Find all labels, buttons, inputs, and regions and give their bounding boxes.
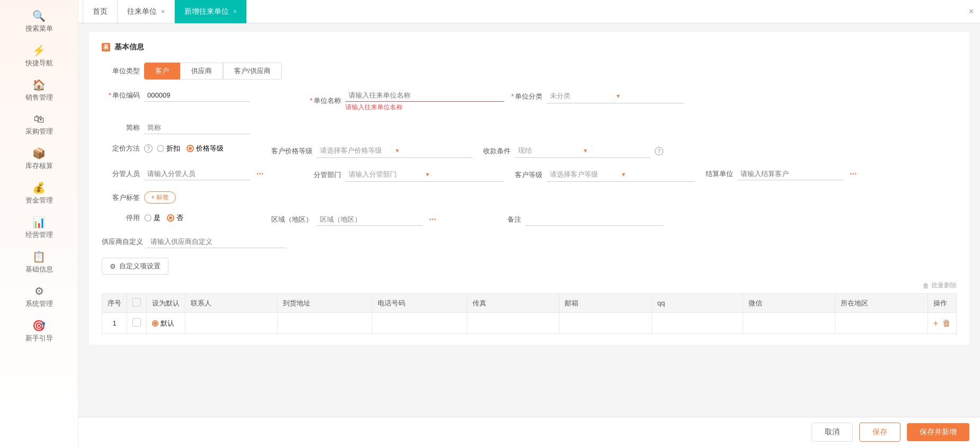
sidebar-item-purchase[interactable]: 🛍 采购管理 [0, 108, 78, 142]
supplier-custom-input[interactable] [147, 235, 285, 248]
basic-info-section: 基 基本信息 单位类型 客户 供应商 客户/供应商 单位编码 [89, 32, 969, 345]
manager-more-btn[interactable]: ··· [254, 169, 265, 179]
sidebar-item-search[interactable]: 🔍 搜索菜单 [0, 4, 78, 39]
contact-table: 序号 设为默认 联系人 到货地址 电话号码 传真 邮箱 qq 微信 所在地区 操… [102, 293, 957, 334]
remark-label: 备注 [483, 215, 521, 224]
settlement-unit-label: 结算单位 [695, 169, 733, 179]
address-input[interactable] [283, 317, 367, 329]
sidebar-item-system[interactable]: ⚙ 系统管理 [0, 279, 78, 314]
pricing-radios: 折扣 价格等级 [157, 144, 224, 153]
sidebar-item-inventory[interactable]: 📦 库存核算 [0, 142, 78, 176]
td-location[interactable] [835, 313, 928, 334]
sidebar-item-guide[interactable]: 🎯 新手引导 [0, 314, 78, 348]
price-level-label: 价格等级 [196, 144, 224, 153]
section-title-text: 基本信息 [114, 42, 144, 52]
purchase-icon: 🛍 [34, 113, 44, 125]
sidebar-item-quick-nav[interactable]: ⚡ 快捷导航 [0, 39, 78, 73]
row-checkbox[interactable] [132, 318, 141, 327]
unit-code-name-row: 单位编码 单位名称 请输入往来单位名称 单位分类 未分类 [102, 89, 957, 112]
unit-type-label: 单位类型 [102, 66, 140, 76]
sidebar-item-finance[interactable]: 💰 资金管理 [0, 176, 78, 211]
tab-home[interactable]: 首页 [83, 0, 118, 23]
td-email[interactable] [559, 313, 652, 334]
customer-level-select[interactable]: 请选择客户等级 ▾ [547, 168, 695, 182]
customer-price-level-placeholder: 请选择客户价格等级 [320, 146, 394, 155]
pricing-radio-price-level[interactable]: 价格等级 [186, 144, 224, 153]
tab-partner-close[interactable]: × [161, 8, 165, 15]
unit-name-input[interactable] [345, 89, 504, 102]
type-btn-customer[interactable]: 客户 [144, 63, 180, 80]
disabled-row: 停用 是 否 区域（地区） ··· [102, 213, 957, 226]
region-more-btn[interactable]: ··· [427, 215, 438, 224]
disabled-no-label: 否 [176, 213, 183, 223]
disabled-radio-yes[interactable]: 是 [144, 213, 161, 223]
batch-delete-icon: 🗑 [923, 282, 929, 290]
remark-input[interactable] [525, 213, 663, 226]
payment-condition-select[interactable]: 现结 ▾ [515, 144, 651, 158]
department-placeholder: 请输入分管部门 [349, 170, 424, 179]
type-btn-both[interactable]: 客户/供应商 [223, 63, 282, 80]
pricing-help-icon[interactable]: ? [144, 144, 153, 153]
close-all-tabs[interactable]: × [969, 7, 974, 16]
td-address[interactable] [278, 313, 372, 334]
page-footer: 取消 保存 保存并新增 [78, 417, 980, 447]
payment-help-icon[interactable]: ? [655, 147, 663, 155]
disabled-no-circle [167, 214, 174, 222]
tab-partner[interactable]: 往来单位 × [118, 0, 175, 23]
disabled-radio-no[interactable]: 否 [167, 213, 183, 223]
customer-level-group: 客户等级 请选择客户等级 ▾ [504, 168, 695, 182]
td-qq[interactable] [652, 313, 743, 334]
qq-input[interactable] [657, 317, 737, 329]
customer-price-level-group: 客户价格等级 请选择客户价格等级 ▾ [271, 144, 473, 158]
tab-new-partner-close[interactable]: × [233, 8, 237, 15]
td-wechat[interactable] [743, 313, 835, 334]
td-contact[interactable] [185, 313, 278, 334]
th-seq: 序号 [102, 294, 127, 313]
sales-icon: 🏠 [32, 78, 46, 91]
manager-input[interactable] [144, 168, 250, 180]
location-input[interactable] [841, 317, 922, 329]
row-actions: + 🗑 [933, 319, 951, 328]
customer-tags-group: 客户标签 + 标签 [102, 191, 957, 204]
td-checkbox[interactable] [127, 313, 147, 334]
save-and-new-button[interactable]: 保存并新增 [907, 423, 969, 441]
add-tag-button[interactable]: + 标签 [144, 191, 176, 204]
tab-new-partner[interactable]: 新增往来单位 × [175, 0, 247, 23]
unit-category-select[interactable]: 未分类 ▾ [547, 89, 684, 103]
wechat-input[interactable] [749, 317, 830, 329]
search-icon: 🔍 [32, 10, 46, 22]
contact-input[interactable] [191, 317, 272, 329]
settlement-more-btn[interactable]: ··· [848, 169, 859, 179]
short-name-row: 简称 [102, 121, 957, 134]
default-radio[interactable] [152, 320, 158, 327]
sidebar-item-base[interactable]: 📋 基础信息 [0, 245, 78, 279]
td-default: 默认 [147, 313, 185, 334]
region-input[interactable] [317, 213, 423, 226]
unit-code-input[interactable] [144, 89, 250, 102]
main-area: 首页 往来单位 × 新增往来单位 × × 基 基本信息 单位类型 客户 [78, 0, 980, 447]
td-phone[interactable] [372, 313, 467, 334]
pricing-radio-discount[interactable]: 折扣 [157, 144, 180, 153]
customer-price-level-select[interactable]: 请选择客户价格等级 ▾ [317, 144, 473, 158]
customer-tags-row: 客户标签 + 标签 [102, 191, 957, 204]
phone-input[interactable] [378, 317, 461, 329]
settlement-unit-input[interactable] [737, 168, 843, 180]
td-fax[interactable] [467, 313, 559, 334]
save-button[interactable]: 保存 [859, 423, 901, 442]
department-select[interactable]: 请输入分管部门 ▾ [345, 168, 504, 182]
cancel-button[interactable]: 取消 [812, 423, 853, 442]
type-btn-supplier[interactable]: 供应商 [180, 63, 223, 80]
short-name-input[interactable] [144, 121, 250, 134]
add-row-btn[interactable]: + [933, 319, 938, 328]
fax-input[interactable] [473, 317, 554, 329]
th-phone: 电话号码 [372, 294, 467, 313]
th-contact: 联系人 [185, 294, 278, 313]
delete-row-btn[interactable]: 🗑 [942, 319, 951, 328]
batch-delete-area[interactable]: 🗑 批量删除 [102, 281, 957, 290]
email-input[interactable] [565, 317, 646, 329]
sidebar-item-sales[interactable]: 🏠 销售管理 [0, 73, 78, 108]
sidebar-label-guide: 新手引导 [25, 334, 53, 343]
custom-settings-button[interactable]: ⚙ 自定义项设置 [102, 258, 168, 275]
sidebar-item-operations[interactable]: 📊 经营管理 [0, 211, 78, 245]
payment-condition-arrow: ▾ [584, 147, 647, 154]
